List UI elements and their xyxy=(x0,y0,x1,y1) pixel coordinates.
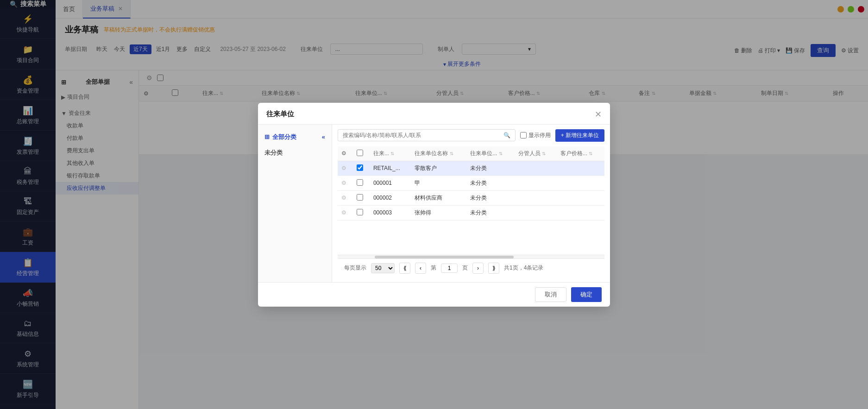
dialog-body: ⊞ 全部分类 « 未分类 🔍 显示停用 xyxy=(258,125,610,282)
row-name: 甲 xyxy=(411,176,466,190)
sort-icon: ⇅ xyxy=(499,151,503,156)
row-settings: ⚙ xyxy=(338,161,353,176)
page-number-input[interactable] xyxy=(441,264,458,273)
row-settings: ⚙ xyxy=(338,176,353,190)
row-price-level xyxy=(557,190,604,205)
row-settings: ⚙ xyxy=(338,205,353,220)
row-code: RETAIL_... xyxy=(370,161,411,176)
last-page-button[interactable]: ⟫ xyxy=(488,263,499,274)
dialog-overlay[interactable]: 往来单位 ✕ ⊞ 全部分类 « 未分类 🔍 xyxy=(0,0,868,409)
gear-icon: ⚙ xyxy=(341,195,346,201)
row-category: 未分类 xyxy=(466,190,514,205)
row-price-level xyxy=(557,205,604,220)
dialog-left-nav: ⊞ 全部分类 « 未分类 xyxy=(258,125,332,282)
sort-icon: ⇅ xyxy=(450,151,453,156)
th-settings: ⚙ xyxy=(338,146,353,161)
dialog-table: ⚙ 往来... ⇅ 往来单位名称 ⇅ 往来单位... ⇅ 分管人员 ⇅ 客户价格… xyxy=(338,146,604,255)
select-all-partner-checkbox[interactable] xyxy=(357,150,363,156)
show-disabled-option: 显示停用 xyxy=(520,132,551,139)
row-code: 000001 xyxy=(370,176,411,190)
th-category[interactable]: 往来单位... ⇅ xyxy=(466,146,514,161)
sort-icon: ⇅ xyxy=(589,151,592,156)
scrollbar-thumb[interactable] xyxy=(375,256,514,258)
sort-icon: ⇅ xyxy=(542,151,546,156)
dialog-right-content: 🔍 显示停用 + 新增往来单位 ⚙ 往来... ⇅ xyxy=(332,125,610,282)
row-settings: ⚙ xyxy=(338,190,353,205)
row-name: 材料供应商 xyxy=(411,190,466,205)
th-manager[interactable]: 分管人员 ⇅ xyxy=(515,146,557,161)
dialog-title: 往来单位 xyxy=(266,110,294,119)
per-page-label: 每页显示 xyxy=(344,264,366,272)
table-row[interactable]: ⚙ RETAIL_... 零散客户 未分类 xyxy=(338,161,604,176)
th-name[interactable]: 往来单位名称 ⇅ xyxy=(411,146,466,161)
dialog-close-button[interactable]: ✕ xyxy=(595,109,602,120)
page-label: 第 xyxy=(431,264,436,272)
dialog-nav-uncategorized[interactable]: 未分类 xyxy=(258,145,332,161)
total-info: 共1页，4条记录 xyxy=(504,264,543,272)
row-manager xyxy=(515,190,557,205)
per-page-select[interactable]: 50 100 xyxy=(371,263,395,273)
row-select-checkbox[interactable] xyxy=(357,164,363,171)
row-select-checkbox[interactable] xyxy=(357,179,363,186)
row-select-checkbox[interactable] xyxy=(357,209,363,215)
row-name: 零散客户 xyxy=(411,161,466,176)
gear-icon: ⚙ xyxy=(341,165,346,171)
collapse-icon: « xyxy=(322,133,325,140)
page-suffix: 页 xyxy=(462,264,468,272)
search-icon: 🔍 xyxy=(503,132,510,138)
dialog-actions: 取消 确定 xyxy=(258,282,610,307)
row-checkbox[interactable] xyxy=(353,161,370,176)
table-row[interactable]: ⚙ 000001 甲 未分类 xyxy=(338,176,604,190)
dialog-nav-all[interactable]: ⊞ 全部分类 « xyxy=(258,129,332,145)
dialog-toolbar: 🔍 显示停用 + 新增往来单位 xyxy=(338,129,604,142)
th-price-level[interactable]: 客户价格... ⇅ xyxy=(557,146,604,161)
dialog-search-box[interactable]: 🔍 xyxy=(338,129,516,141)
row-category: 未分类 xyxy=(466,205,514,220)
row-manager xyxy=(515,176,557,190)
th-code[interactable]: 往来... ⇅ xyxy=(370,146,411,161)
th-checkbox xyxy=(353,146,370,161)
confirm-button[interactable]: 确定 xyxy=(571,287,602,302)
dialog-pagination: 每页显示 50 100 ⟪ ‹ 第 页 › ⟫ 共1页，4条记录 xyxy=(338,258,604,277)
row-select-checkbox[interactable] xyxy=(357,194,363,201)
partner-table: ⚙ 往来... ⇅ 往来单位名称 ⇅ 往来单位... ⇅ 分管人员 ⇅ 客户价格… xyxy=(338,146,604,220)
table-row[interactable]: ⚙ 000003 张帅得 未分类 xyxy=(338,205,604,220)
first-page-button[interactable]: ⟪ xyxy=(399,263,410,274)
row-checkbox[interactable] xyxy=(353,176,370,190)
row-manager xyxy=(515,205,557,220)
prev-page-button[interactable]: ‹ xyxy=(415,263,426,274)
row-checkbox[interactable] xyxy=(353,190,370,205)
gear-icon: ⚙ xyxy=(341,180,346,186)
table-row[interactable]: ⚙ 000002 材料供应商 未分类 xyxy=(338,190,604,205)
row-code: 000003 xyxy=(370,205,411,220)
row-category: 未分类 xyxy=(466,176,514,190)
next-page-button[interactable]: › xyxy=(472,263,484,274)
show-disabled-checkbox[interactable] xyxy=(520,132,527,138)
row-manager xyxy=(515,161,557,176)
dialog-search-input[interactable] xyxy=(343,132,501,138)
gear-icon: ⚙ xyxy=(341,150,346,157)
grid-icon: ⊞ xyxy=(264,133,270,140)
row-checkbox[interactable] xyxy=(353,205,370,220)
dialog-header: 往来单位 ✕ xyxy=(258,103,610,125)
row-price-level xyxy=(557,176,604,190)
cancel-button[interactable]: 取消 xyxy=(535,287,566,302)
row-code: 000002 xyxy=(370,190,411,205)
dialog-scrollbar[interactable] xyxy=(338,255,604,258)
gear-icon: ⚙ xyxy=(341,209,346,216)
partner-dialog: 往来单位 ✕ ⊞ 全部分类 « 未分类 🔍 xyxy=(258,103,610,307)
row-category: 未分类 xyxy=(466,161,514,176)
row-price-level xyxy=(557,161,604,176)
dialog-table-header: ⚙ 往来... ⇅ 往来单位名称 ⇅ 往来单位... ⇅ 分管人员 ⇅ 客户价格… xyxy=(338,146,604,161)
sort-icon: ⇅ xyxy=(390,151,394,156)
add-partner-button[interactable]: + 新增往来单位 xyxy=(555,129,604,142)
row-name: 张帅得 xyxy=(411,205,466,220)
